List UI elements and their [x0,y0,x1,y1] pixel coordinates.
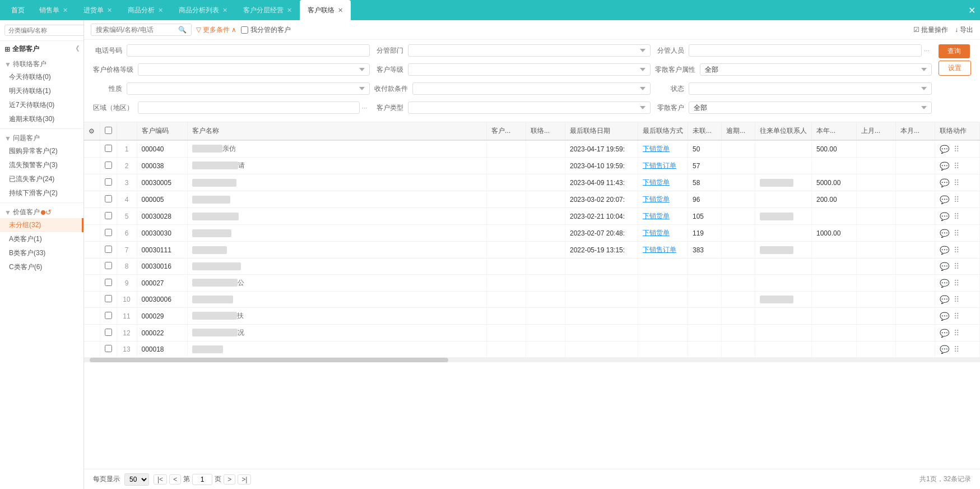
row-checkbox[interactable] [105,229,112,236]
action-chat-icon[interactable]: 💬 [940,145,949,154]
action-more-icon[interactable]: ⠿ [954,312,959,321]
sidebar-all-customers[interactable]: ⊞ 全部客户 《 [0,41,83,57]
page-last-btn[interactable]: >| [238,474,251,485]
tab-customer-contact[interactable]: 客户联络 ✕ [300,0,351,20]
action-chat-icon[interactable]: 💬 [940,178,949,187]
th-name[interactable]: 客户名称 [187,122,487,140]
action-more-icon[interactable]: ⠿ [954,345,959,354]
more-filters-btn[interactable]: ▽ 更多条件 ∧ [196,25,236,35]
cell-last-method[interactable]: 下销货单 [638,208,688,225]
action-more-icon[interactable]: ⠿ [954,212,959,221]
batch-op-btn[interactable]: ☑ 批量操作 [913,25,948,35]
cell-check[interactable] [100,308,117,325]
th-last-contact-date[interactable]: 最后联络日期 [565,122,638,140]
filter-gender-select[interactable] [127,82,370,95]
reset-btn[interactable]: 设置 [939,61,971,76]
action-chat-icon[interactable]: 💬 [940,279,949,288]
action-more-icon[interactable]: ⠿ [954,279,959,288]
sidebar-item-overdue[interactable]: 逾期未联络(30) [0,112,83,126]
tab-sales[interactable]: 销售单 ✕ [31,0,76,20]
query-btn[interactable]: 查询 [939,44,970,58]
cell-last-method[interactable] [638,342,688,358]
cell-last-method[interactable] [638,275,688,292]
filter-customer-type-select[interactable] [408,102,651,114]
my-customer-checkbox[interactable]: 我分管的客户 [241,25,291,35]
row-checkbox[interactable] [105,212,112,219]
cell-check[interactable] [100,225,117,242]
tab-analysis-close[interactable]: ✕ [158,7,163,14]
cell-last-method[interactable]: 下销货单 [638,174,688,191]
sidebar-item-declining[interactable]: 持续下滑客户(2) [0,186,83,200]
row-checkbox[interactable] [105,178,112,186]
filter-payment-select[interactable] [412,82,651,95]
tab-analysis-list-close[interactable]: ✕ [222,7,227,14]
filter-customer-level-select[interactable] [408,63,651,76]
cell-check[interactable] [100,174,117,191]
cell-last-method[interactable]: 下销售订单 [638,158,688,174]
row-checkbox[interactable] [105,312,112,319]
tab-sales-close[interactable]: ✕ [63,7,68,14]
row-checkbox[interactable] [105,195,112,202]
cell-last-method[interactable]: 下销售订单 [638,242,688,259]
sidebar-item-today[interactable]: 今天待联络(0) [0,70,83,84]
refresh-icon[interactable]: ↺ [45,208,52,216]
main-search-icon[interactable]: 🔍 [178,26,187,34]
my-customer-check[interactable] [241,26,248,34]
page-prev-btn[interactable]: < [169,474,181,485]
tab-purchase-close[interactable]: ✕ [107,7,112,14]
filter-phone-input[interactable] [127,44,370,57]
action-chat-icon[interactable]: 💬 [940,246,949,255]
horizontal-scrollbar[interactable] [84,358,980,362]
tab-analysis[interactable]: 商品分析 ✕ [120,0,171,20]
sidebar-item-tomorrow[interactable]: 明天待联络(1) [0,84,83,98]
cell-last-method[interactable]: 下销货单 [638,225,688,242]
action-more-icon[interactable]: ⠿ [954,329,959,338]
row-checkbox[interactable] [105,145,112,152]
cell-last-method[interactable]: 下销货单 [638,191,688,208]
cell-check[interactable] [100,140,117,158]
action-chat-icon[interactable]: 💬 [940,262,949,271]
row-checkbox[interactable] [105,262,112,269]
select-all-checkbox[interactable] [105,127,112,134]
row-checkbox[interactable] [105,329,112,336]
cell-check[interactable] [100,158,117,174]
action-chat-icon[interactable]: 💬 [940,162,949,170]
action-chat-icon[interactable]: 💬 [940,212,949,221]
filter-region-input[interactable] [138,102,360,114]
action-chat-icon[interactable]: 💬 [940,295,949,304]
action-more-icon[interactable]: ⠿ [954,178,959,187]
th-code[interactable]: 客户编码 [137,122,187,140]
th-settings[interactable]: ⚙ [84,122,100,140]
row-checkbox[interactable] [105,246,112,253]
sidebar-item-ungrouped[interactable]: 未分组(32) [0,218,83,232]
th-checkbox[interactable] [100,122,117,140]
action-chat-icon[interactable]: 💬 [940,229,949,238]
filter-region-dots[interactable]: ··· [360,104,370,112]
cell-check[interactable] [100,275,117,292]
sidebar-item-hoarding[interactable]: 囤购异常客户(2) [0,144,83,158]
action-chat-icon[interactable]: 💬 [940,312,949,321]
page-next-btn[interactable]: > [224,474,235,485]
cell-last-method[interactable] [638,292,688,308]
cell-check[interactable] [100,325,117,342]
tab-home[interactable]: 首页 [4,0,31,20]
cell-check[interactable] [100,292,117,308]
per-page-select[interactable]: 50 [124,473,149,486]
filter-dept-select[interactable] [408,44,651,57]
tab-purchase[interactable]: 进货单 ✕ [76,0,120,20]
action-more-icon[interactable]: ⠿ [954,195,959,204]
tab-customer-mgmt-close[interactable]: ✕ [287,7,292,14]
sidebar-item-class-a[interactable]: A类客户(1) [0,232,83,246]
action-chat-icon[interactable]: 💬 [940,195,949,204]
cell-last-method[interactable] [638,259,688,275]
cell-last-method[interactable]: 下销货单 [638,140,688,158]
row-checkbox[interactable] [105,345,112,352]
filter-price-level-select[interactable] [138,63,370,76]
sidebar-item-class-b[interactable]: B类客户(33) [0,246,83,260]
filter-status-select[interactable] [689,82,932,95]
horizontal-scrollbar-thumb[interactable] [90,358,448,362]
tab-bar-close-all[interactable]: ✕ [968,5,976,16]
row-checkbox[interactable] [105,162,112,169]
cell-check[interactable] [100,208,117,225]
filter-person-input[interactable] [689,44,922,57]
